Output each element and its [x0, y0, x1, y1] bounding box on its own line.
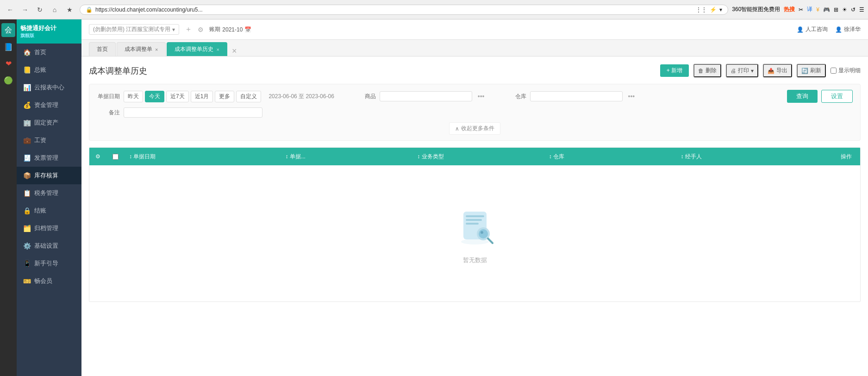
th-date[interactable]: ↕ 单据日期: [125, 153, 281, 161]
add-company-icon[interactable]: ＋: [185, 25, 192, 34]
product-more-icon[interactable]: •••: [478, 93, 485, 100]
sidebar-item-fixed-assets[interactable]: 🏢 固定资产: [17, 114, 81, 132]
tab-home-label: 首页: [97, 45, 108, 53]
ledger-icon: 📒: [23, 66, 31, 74]
sidebar-item-settings[interactable]: ⚙️ 基础设置: [17, 237, 81, 255]
svg-rect-2: [466, 215, 484, 217]
date-btn-1month[interactable]: 近1月: [191, 91, 213, 102]
sidebar-item-member[interactable]: 🎫 畅会员: [17, 272, 81, 290]
date-btn-group: 昨天 今天 近7天 近1月 更多 自定义: [124, 91, 261, 102]
warehouse-more-icon[interactable]: •••: [628, 93, 635, 100]
top-bar-right: 👤 人工咨询 👤 徐泽华: [797, 25, 861, 33]
invoice-icon: 🧾: [23, 154, 31, 162]
icon-bar-item2[interactable]: 📘: [1, 40, 15, 54]
remark-input[interactable]: [124, 107, 262, 118]
company-selector[interactable]: (勿删勿禁用) 江西服宝测试专用 ▾: [89, 24, 179, 35]
calendar-icon[interactable]: 📅: [244, 26, 251, 33]
page-header: 成本调整单历史 + 新增 🗑 删除 🖨 打印 ▾ 📤 导出: [89, 64, 861, 77]
sidebar-item-reports[interactable]: 📊 云报表中心: [17, 79, 81, 96]
th-actions-label: 操作: [841, 153, 852, 161]
svg-line-7: [488, 238, 493, 243]
table-header: ⚙ ↕ 单据日期 ↕ 单据... ↕ 业务类型 ↕ 仓库: [89, 148, 860, 165]
date-btn-custom[interactable]: 自定义: [236, 91, 261, 102]
content-area: 成本调整单历史 + 新增 🗑 删除 🖨 打印 ▾ 📤 导出: [81, 56, 868, 376]
sidebar-nav: 🏠 首页 📒 总账 📊 云报表中心 💰 资金管理 🏢 固定资产 💼 工资: [17, 44, 81, 376]
select-all-checkbox[interactable]: [112, 154, 119, 160]
history-icon: ↺: [851, 6, 856, 13]
th-num[interactable]: ↕ 单据...: [281, 153, 413, 161]
icon-bar: 会 📘 ❤ 🟢: [0, 19, 17, 376]
funds-icon: 💰: [23, 101, 31, 109]
th-warehouse[interactable]: ↕ 仓库: [544, 153, 676, 161]
print-icon: 🖨: [731, 68, 736, 74]
new-btn[interactable]: + 新增: [660, 64, 689, 77]
svg-point-8: [481, 231, 483, 234]
sidebar-item-home[interactable]: 🏠 首页: [17, 44, 81, 61]
bookmark-button[interactable]: ★: [63, 3, 76, 16]
config-btn[interactable]: 设置: [821, 90, 853, 103]
collapse-btn[interactable]: ∧ 收起更多条件: [449, 122, 500, 135]
company-name: (勿删勿禁用) 江西服宝测试专用: [93, 25, 170, 33]
sidebar-item-inventory[interactable]: 📦 库存核算: [17, 167, 81, 184]
query-btn[interactable]: 查询: [787, 90, 818, 103]
home-button[interactable]: ⌂: [48, 3, 61, 16]
export-btn[interactable]: 📤 导出: [763, 64, 792, 77]
game-icon: 🎮: [823, 6, 830, 13]
icon-bar-item3[interactable]: ❤: [1, 56, 15, 70]
browser-nav-buttons: ← → ↻ ⌂ ★: [4, 3, 76, 16]
refresh-icon: 🔄: [801, 68, 808, 74]
sidebar-item-ledger[interactable]: 📒 总账: [17, 61, 81, 79]
date-btn-7days[interactable]: 近7天: [166, 91, 189, 102]
reload-button[interactable]: ↻: [33, 3, 46, 16]
date-btn-today[interactable]: 今天: [145, 91, 164, 102]
remark-filter-label: 备注: [97, 109, 120, 117]
delete-btn[interactable]: 🗑 删除: [693, 64, 721, 77]
translate-icon: 译: [807, 6, 812, 13]
sidebar-item-invoice[interactable]: 🧾 发票管理: [17, 149, 81, 167]
tab-cost-adjust[interactable]: 成本调整单 ×: [117, 42, 166, 56]
show-detail-checkbox[interactable]: [831, 68, 837, 74]
tab-home[interactable]: 首页: [89, 42, 116, 56]
sidebar-item-archive[interactable]: 🗂️ 归档管理: [17, 219, 81, 237]
forward-button[interactable]: →: [19, 3, 31, 16]
th-operator[interactable]: ↕ 经手人: [676, 153, 832, 161]
tab-cost-adjust-history[interactable]: 成本调整单历史 ×: [167, 42, 227, 56]
user-btn[interactable]: 👤 徐泽华: [835, 25, 861, 33]
filter-section: 单据日期 昨天 今天 近7天 近1月 更多 自定义 2023-06-06 至 2…: [89, 84, 861, 141]
collapse-up-icon: ∧: [455, 125, 459, 132]
product-input[interactable]: [380, 91, 472, 101]
th-check[interactable]: [106, 154, 125, 160]
th-type-label: ↕ 业务类型: [417, 153, 443, 161]
date-btn-more[interactable]: 更多: [215, 91, 234, 102]
tab-cost-adjust-label: 成本调整单: [125, 45, 152, 53]
support-btn[interactable]: 👤 人工咨询: [797, 25, 828, 33]
back-button[interactable]: ←: [4, 3, 17, 16]
address-bar[interactable]: 🔒 https://cloud.chanjet.com/accounting/u…: [80, 5, 728, 15]
sidebar-item-payroll[interactable]: 💼 工资: [17, 132, 81, 149]
export-label: 导出: [776, 67, 787, 75]
tab-cost-adjust-close[interactable]: ×: [155, 47, 158, 52]
sidebar-item-tax[interactable]: 📋 税务管理: [17, 184, 81, 202]
support-icon: 👤: [797, 26, 804, 33]
icon-bar-item4[interactable]: 🟢: [1, 73, 15, 87]
sidebar-item-close[interactable]: 🔒 结账: [17, 202, 81, 219]
tab-cost-adjust-history-close[interactable]: ×: [216, 47, 219, 52]
date-filter-label: 单据日期: [97, 93, 120, 100]
close-all-tabs-btn[interactable]: ×: [228, 46, 241, 56]
url-text: https://cloud.chanjet.com/accounting/uru…: [95, 6, 202, 13]
date-btn-yesterday[interactable]: 昨天: [124, 91, 143, 102]
th-warehouse-label: ↕ 仓库: [549, 153, 564, 161]
print-btn[interactable]: 🖨 打印 ▾: [726, 64, 758, 77]
browser-chrome: ← → ↻ ⌂ ★ 🔒 https://cloud.chanjet.com/ac…: [0, 0, 868, 19]
settings-gear-icon[interactable]: ⚙: [198, 26, 204, 33]
icon-bar-accounting[interactable]: 会: [1, 23, 15, 37]
th-settings[interactable]: ⚙: [89, 153, 106, 160]
th-num-label: ↕ 单据...: [286, 153, 306, 161]
warehouse-input[interactable]: [530, 91, 623, 101]
th-type[interactable]: ↕ 业务类型: [412, 153, 544, 161]
sidebar-item-funds[interactable]: 💰 资金管理: [17, 96, 81, 114]
empty-state: 暂无数据: [89, 165, 860, 301]
refresh-btn[interactable]: 🔄 刷新: [797, 64, 826, 77]
browser-toolbar-right: 360智能抠图免费用 热搜 ✂ 译 ¥ 🎮 ⊞ ☀ ↺ ☰: [732, 6, 864, 13]
sidebar-item-guide[interactable]: 📱 新手引导: [17, 255, 81, 272]
